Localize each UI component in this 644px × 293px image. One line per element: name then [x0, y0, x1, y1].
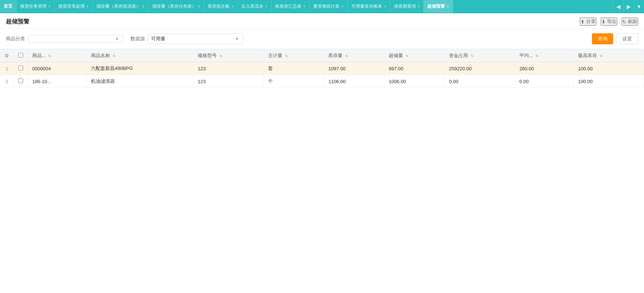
- column-settings-icon[interactable]: ⚙: [4, 53, 9, 59]
- row-avg: 260.00: [515, 62, 574, 75]
- row-num-cell: 1: [0, 62, 14, 75]
- nav-tab-task-mgmt[interactable]: 拣货任务管理 ×: [17, 0, 55, 13]
- sort-icon-avg: ⇅: [535, 54, 538, 58]
- table-header-product-code[interactable]: 商品... ⇅: [28, 49, 87, 62]
- refresh-button[interactable]: ↻ 刷新: [622, 18, 638, 26]
- nav-tab-exception[interactable]: 拣货异常处理 ×: [55, 0, 93, 13]
- nav-tab-stock-status-label: 现存量（库存状况表）: [96, 3, 140, 10]
- export-icon: ⬇: [601, 19, 605, 25]
- sort-icon-over-stock: ⇅: [406, 54, 409, 58]
- table-header-over-stock[interactable]: 超储量 ⇅: [384, 49, 444, 62]
- export-button[interactable]: ⬇ 导出: [601, 18, 617, 26]
- nav-tab-expiry[interactable]: 保质期查询 ×: [390, 0, 424, 13]
- nav-tab-task-mgmt-close[interactable]: ×: [48, 4, 51, 8]
- row-checkbox[interactable]: [18, 66, 23, 70]
- row-num-cell: 2: [0, 75, 14, 88]
- nav-tab-stock-status[interactable]: 现存量（库存状况表） ×: [93, 0, 149, 13]
- category-label: 商品分类: [6, 36, 25, 42]
- table-header-unit[interactable]: 主计量 ⇅: [263, 49, 324, 62]
- query-button[interactable]: 查询: [592, 33, 613, 44]
- nav-next-button[interactable]: ▶: [623, 0, 634, 13]
- filter-actions: 查询 设置: [592, 33, 638, 44]
- sort-icon-product-name: ⇅: [113, 54, 116, 58]
- sort-icon-product-code: ⇅: [48, 54, 51, 58]
- nav-tab-avail-book-close[interactable]: ×: [384, 4, 386, 8]
- table-header-max-stock[interactable]: 最高库存 ⇅: [574, 49, 644, 62]
- nav-tab-overstock-label: 超储预警: [427, 3, 445, 10]
- nav-tab-home[interactable]: 首页: [0, 0, 17, 13]
- table-header-avg[interactable]: 平均... ⇅: [515, 49, 574, 62]
- row-checkbox-cell: [14, 62, 28, 75]
- table-header-row: ⚙ 商品... ⇅ 商品名称 ⇅ 规格型号 ⇅: [0, 49, 644, 62]
- category-filter-item: 商品分类 ▼: [6, 35, 123, 43]
- sort-icon-max-stock: ⇅: [600, 54, 603, 58]
- nav-tab-expiry-close[interactable]: ×: [418, 4, 420, 8]
- nav-prev-button[interactable]: ◀: [613, 0, 623, 13]
- row-checkbox[interactable]: [18, 78, 23, 83]
- filter-bar: 商品分类 ▼ 数据源 可用量 ▼ 查询 设置: [0, 29, 644, 49]
- nav-tab-avail-book-label: 可用量库存账本: [351, 3, 382, 10]
- page-container: 超储预警 ⬆ 分享 ⬇ 导出 ↻ 刷新 商品分类 ▼ 数据源: [0, 13, 644, 293]
- category-select[interactable]: ▼: [28, 35, 123, 43]
- table-header-checkbox: [14, 49, 28, 62]
- datasource-select[interactable]: 可用量 ▼: [148, 34, 243, 44]
- row-stock: 1106.00: [324, 75, 384, 88]
- nav-tab-stock-dist-label: 现存量（库存分布表）: [152, 3, 196, 10]
- nav-tab-stock-dist-close[interactable]: ×: [198, 4, 200, 8]
- datasource-select-arrow: ▼: [235, 37, 239, 41]
- row-product-name: 六配套新昌490BPG: [87, 62, 193, 75]
- share-icon: ⬆: [581, 19, 585, 25]
- select-all-checkbox[interactable]: [18, 53, 23, 58]
- nav-tab-inout-flow[interactable]: 出入库流水 ×: [238, 0, 271, 13]
- refresh-icon: ↻: [622, 19, 626, 25]
- sort-icon-unit: ⇅: [285, 54, 288, 58]
- sort-icon-stock: ⇅: [345, 54, 348, 58]
- nav-tab-expiry-label: 保质期查询: [394, 3, 416, 10]
- nav-tab-inout-flow-close[interactable]: ×: [265, 4, 267, 8]
- refresh-label: 刷新: [628, 18, 637, 25]
- row-capital: 259220.00: [444, 62, 515, 75]
- nav-tab-exception-close[interactable]: ×: [87, 4, 89, 8]
- table-header-capital[interactable]: 资金占用 ⇅: [444, 49, 515, 62]
- nav-more-button[interactable]: ▼: [634, 0, 644, 13]
- datasource-select-value: 可用量: [151, 36, 165, 42]
- nav-tab-overstock[interactable]: 超储预警 ×: [424, 0, 453, 13]
- row-over-stock: 1006.00: [384, 75, 444, 88]
- nav-tab-order-stat[interactable]: 要货单统计表 ×: [310, 0, 348, 13]
- nav-tab-exception-label: 拣货异常处理: [58, 3, 85, 10]
- nav-tab-batch[interactable]: 库存批次账 ×: [204, 0, 238, 13]
- row-unit: 套: [263, 62, 324, 75]
- category-select-arrow: ▼: [115, 37, 119, 41]
- table-header-spec[interactable]: 规格型号 ⇅: [193, 49, 264, 62]
- nav-tab-stock-dist[interactable]: 现存量（库存分布表） ×: [149, 0, 204, 13]
- row-max-stock: 100.00: [574, 75, 644, 88]
- page-title: 超储预警: [6, 18, 29, 26]
- nav-tab-stock-status-close[interactable]: ×: [142, 4, 144, 8]
- row-over-stock: 997.00: [384, 62, 444, 75]
- nav-tab-batch-label: 库存批次账: [208, 3, 230, 10]
- nav-tab-overstock-close[interactable]: ×: [447, 4, 449, 8]
- share-label: 分享: [586, 18, 596, 25]
- share-button[interactable]: ⬆ 分享: [580, 18, 596, 26]
- top-nav: 首页 拣货任务管理 × 拣货异常处理 × 现存量（库存状况表） × 现存量（库存…: [0, 0, 644, 13]
- table-header-stock[interactable]: 库存量 ⇅: [324, 49, 384, 62]
- sort-icon-spec: ⇅: [219, 54, 222, 58]
- table-row: 2 186-10... 机油滤清器 123 个 1106.00 1006.00 …: [0, 75, 644, 88]
- table-header-gear: ⚙: [0, 49, 14, 62]
- table-row: 1 0000004 六配套新昌490BPG 123 套 1097.00 997.…: [0, 62, 644, 75]
- page-header: 超储预警 ⬆ 分享 ⬇ 导出 ↻ 刷新: [0, 13, 644, 29]
- row-spec: 123: [193, 62, 264, 75]
- nav-tab-summary-close[interactable]: ×: [303, 4, 305, 8]
- nav-tab-order-stat-close[interactable]: ×: [341, 4, 344, 8]
- nav-tab-summary[interactable]: 收发存汇总表 ×: [271, 0, 310, 13]
- row-avg: 0.00: [515, 75, 574, 88]
- nav-tab-batch-close[interactable]: ×: [231, 4, 234, 8]
- datasource-label: 数据源: [131, 36, 145, 42]
- table-header-product-name[interactable]: 商品名称 ⇅: [87, 49, 193, 62]
- nav-tab-avail-book[interactable]: 可用量库存账本 ×: [348, 0, 390, 13]
- row-product-code: 186-10...: [28, 75, 87, 88]
- row-spec: 123: [193, 75, 264, 88]
- datasource-filter-item: 数据源 可用量 ▼: [131, 34, 243, 44]
- row-product-code: 0000004: [28, 62, 87, 75]
- settings-button[interactable]: 设置: [616, 33, 638, 44]
